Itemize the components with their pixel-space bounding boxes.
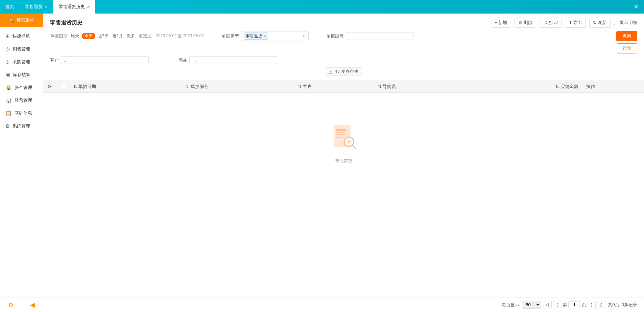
customer-filter: 客户 ... <box>50 56 149 64</box>
date-1month[interactable]: 近1月 <box>111 33 124 39</box>
settings-btn[interactable]: 设置 <box>617 43 637 53</box>
sidebar-bottom: ⚙ ◀ <box>0 297 43 312</box>
query-area: 查询 设置 <box>616 31 637 53</box>
doc-type-tag: 零售退货 ✕ <box>244 32 268 40</box>
next-page-btn[interactable]: ⟩ <box>588 301 596 309</box>
svg-rect-2 <box>336 132 344 133</box>
new-btn[interactable]: + 新增 <box>491 18 511 28</box>
sidebar-item-sales-mgmt[interactable]: ◎ 销售管理 <box>0 43 43 55</box>
doc-type-tag-close[interactable]: ✕ <box>263 34 266 39</box>
tab-retail-return[interactable]: 零售退货 ✕ <box>20 0 53 14</box>
table-area: ⚙ ⇅ 单据日期 ⇅ 单据编号 <box>43 81 644 297</box>
doc-number-filter: 单据编号 <box>326 32 413 40</box>
show-detail-container: 显示明细 <box>614 20 637 26</box>
th-amount[interactable]: ⇅ 实销金额 <box>470 81 582 93</box>
th-customer[interactable]: ⇅ 客户 <box>294 81 374 93</box>
tab-retail-return-history[interactable]: 零售退货历史 ✕ <box>53 0 95 14</box>
export-btn[interactable]: ⬆ 导出 <box>565 18 586 28</box>
filter-area: 单据日期 昨天 今天 近7天 近1月 更多 自定义 2023-06-02 至 2… <box>50 31 637 81</box>
collapse-row: △ 收起更多条件 <box>50 66 637 77</box>
svg-rect-3 <box>336 134 345 135</box>
page-size-label: 每页显示 <box>502 302 519 308</box>
date-today[interactable]: 今天 <box>82 33 95 39</box>
empty-text: 暂无数据 <box>335 158 353 164</box>
query-btn[interactable]: 查询 <box>616 31 637 41</box>
sidebar-item-quick-nav[interactable]: ⊞ 快捷导航 <box>0 30 43 43</box>
sys-icon: ⚙ <box>5 123 10 129</box>
basic-icon: 📋 <box>5 110 12 116</box>
date-range-display: 2023-06-02 至 2023-06-02 <box>156 33 204 39</box>
doc-type-select[interactable]: 零售退货 ✕ ▼ <box>241 31 309 41</box>
table-settings-icon[interactable]: ⚙ <box>47 84 51 89</box>
toolbar: + 新增 🗑 删除 🖨 打印 ⬆ 导出 ↻ 刷新 显示明细 <box>491 18 637 28</box>
tab-home[interactable]: 首页 <box>0 0 20 14</box>
main-layout: 🔍 搜索菜单 ⊞ 快捷导航 ◎ 销售管理 ⊙ 采购管理 ▣ 库存核算 🔒 资金 <box>0 14 644 312</box>
print-btn[interactable]: 🖨 打印 <box>540 18 562 28</box>
content-area: 零售退货历史 + 新增 🗑 删除 🖨 打印 ⬆ 导出 ↻ 刷新 显示明细 <box>43 14 644 312</box>
finance-icon: 🔒 <box>5 85 12 91</box>
first-page-btn[interactable]: ⟨⟨ <box>544 301 552 309</box>
th-settings[interactable]: ⚙ <box>43 81 57 93</box>
th-checkbox[interactable] <box>57 81 69 93</box>
goods-filter: 商品 ... <box>178 56 277 64</box>
last-page-btn[interactable]: ⟩⟩ <box>597 301 605 309</box>
date-more[interactable]: 更多 <box>125 33 136 39</box>
collapse-btn[interactable]: △ 收起更多条件 <box>325 67 362 76</box>
page-size-select[interactable]: 20 50 100 <box>522 301 541 309</box>
tab-retail-return-history-close[interactable]: ✕ <box>87 5 90 9</box>
inventory-icon: ▣ <box>5 72 10 78</box>
sidebar-item-purchase-mgmt[interactable]: ⊙ 采购管理 <box>0 55 43 68</box>
th-guide[interactable]: ⇅ 导购员 <box>374 81 470 93</box>
sidebar-collapse-btn[interactable]: ◀ <box>30 301 35 309</box>
tab-list: 首页 零售退货 ✕ 零售退货历史 ✕ <box>0 0 628 14</box>
doc-number-input[interactable] <box>346 32 413 40</box>
chevron-down-icon: ▼ <box>302 34 306 38</box>
search-icon: 🔍 <box>9 18 15 23</box>
sidebar-item-finance[interactable]: 🔒 资金管理 <box>0 81 43 94</box>
page-title-row: 零售退货历史 + 新增 🗑 删除 🖨 打印 ⬆ 导出 ↻ 刷新 显示明细 <box>50 18 637 28</box>
prev-page-btn[interactable]: ⟨ <box>553 301 561 309</box>
sidebar-settings-btn[interactable]: ⚙ <box>8 301 14 309</box>
sidebar-item-inventory[interactable]: ▣ 库存核算 <box>0 68 43 81</box>
window-close-btn[interactable]: ✕ <box>628 3 644 10</box>
page-title: 零售退货历史 <box>50 19 82 26</box>
show-detail-checkbox[interactable] <box>614 21 618 25</box>
customer-input[interactable]: ... <box>61 56 149 64</box>
svg-point-8 <box>348 141 350 142</box>
delete-btn[interactable]: 🗑 删除 <box>515 18 536 28</box>
page-header: 零售退货历史 + 新增 🗑 删除 🖨 打印 ⬆ 导出 ↻ 刷新 显示明细 <box>43 14 644 81</box>
svg-rect-1 <box>336 129 346 131</box>
date-shortcuts: 昨天 今天 近7天 近1月 更多 自定义 <box>70 33 152 39</box>
tab-retail-return-close[interactable]: ✕ <box>45 5 48 9</box>
svg-line-7 <box>352 145 356 149</box>
empty-illustration <box>327 120 361 154</box>
th-actions: 操作 <box>582 81 644 93</box>
sidebar-item-basic-info[interactable]: 📋 基础信息 <box>0 107 43 120</box>
doc-type-filter: 单据类型 零售退货 ✕ ▼ <box>221 31 309 41</box>
sidebar-search[interactable]: 🔍 搜索菜单 <box>0 14 43 27</box>
empty-state: 暂无数据 <box>43 93 644 191</box>
th-number[interactable]: ⇅ 单据编号 <box>182 81 294 93</box>
ops-icon: 📊 <box>5 97 12 104</box>
sales-icon: ◎ <box>5 46 10 52</box>
page-number-input[interactable] <box>568 301 580 308</box>
sidebar-item-sys-mgmt[interactable]: ⚙ 系统管理 <box>0 120 43 133</box>
date-yesterday[interactable]: 昨天 <box>70 33 80 39</box>
data-table: ⚙ ⇅ 单据日期 ⇅ 单据编号 <box>43 81 644 93</box>
date-7days[interactable]: 近7天 <box>97 33 110 39</box>
date-custom[interactable]: 自定义 <box>138 33 152 39</box>
top-bar: 首页 零售退货 ✕ 零售退货历史 ✕ ✕ <box>0 0 644 14</box>
goods-input[interactable]: ... <box>189 56 277 64</box>
sidebar-item-ops-mgmt[interactable]: 📊 经营管理 <box>0 94 43 107</box>
select-all-checkbox[interactable] <box>61 84 65 88</box>
collapse-icon: △ <box>329 69 332 74</box>
pagination-bar: 每页显示 20 50 100 ⟨⟨ ⟨ 第 页 ⟩ ⟩⟩ 共0页, 0条记录 <box>43 297 644 312</box>
pagination-nav: ⟨⟨ ⟨ 第 页 ⟩ ⟩⟩ <box>544 301 605 309</box>
date-filter: 单据日期 昨天 今天 近7天 近1月 更多 自定义 2023-06-02 至 2… <box>50 33 204 39</box>
purchase-icon: ⊙ <box>5 59 10 65</box>
refresh-btn[interactable]: ↻ 刷新 <box>589 18 611 28</box>
th-date[interactable]: ⇅ 单据日期 <box>69 81 182 93</box>
sidebar-nav: ⊞ 快捷导航 ◎ 销售管理 ⊙ 采购管理 ▣ 库存核算 🔒 资金管理 📊 经营管 <box>0 27 43 297</box>
svg-rect-4 <box>336 137 343 138</box>
total-info: 共0页, 0条记录 <box>608 302 637 308</box>
